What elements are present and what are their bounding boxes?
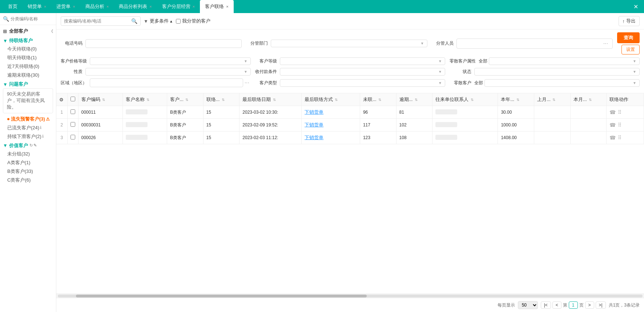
- row-checkbox-2[interactable]: [67, 131, 78, 144]
- sort-contact-icon[interactable]: ⇅: [222, 98, 225, 102]
- tab-purchase[interactable]: 进货单 ×: [51, 0, 80, 13]
- sidebar-item-b-class[interactable]: B类客户(33): [0, 167, 56, 176]
- tab-sales[interactable]: 销货单 ×: [23, 0, 51, 13]
- sort-year-amount-icon[interactable]: ⇅: [516, 98, 519, 102]
- page-size-select[interactable]: 50 100 200: [518, 301, 538, 309]
- page-prev-btn[interactable]: <: [552, 301, 562, 309]
- sort-last-month-icon[interactable]: ⇅: [552, 98, 555, 102]
- tab-product-analysis[interactable]: 商品分析 ×: [80, 0, 114, 13]
- dept-select[interactable]: ▼: [271, 40, 427, 47]
- sidebar-item-c-class[interactable]: C类客户(6): [0, 176, 56, 185]
- payment-select[interactable]: ▼: [280, 68, 445, 76]
- tab-home[interactable]: 首页: [3, 3, 23, 10]
- row-last-method-1[interactable]: 下销货单: [302, 119, 360, 131]
- th-unliaised: 未联... ⇅: [360, 93, 396, 106]
- query-button[interactable]: 查询: [617, 32, 640, 43]
- content-area: 🔍 ▼ 更多条件 ▲ 我分管的客户 ↑ 导出: [56, 13, 644, 312]
- tab-product-list-close[interactable]: ×: [149, 4, 152, 9]
- sidebar-item-today[interactable]: 今天待联络(0): [0, 45, 56, 53]
- scrollbar-thumb[interactable]: [76, 295, 367, 297]
- sort-this-month-icon[interactable]: ⇅: [589, 98, 592, 102]
- sidebar-item-a-class[interactable]: A类客户(1): [0, 158, 56, 167]
- select-all-checkbox[interactable]: [71, 97, 75, 101]
- customer-type-select[interactable]: ▼: [280, 79, 445, 87]
- th-settings[interactable]: ⚙: [56, 93, 67, 106]
- filter-dept: 分管部门 ▼: [246, 40, 427, 47]
- all-customers-header[interactable]: ⊞ 全部客户 《: [0, 25, 56, 36]
- settings-button[interactable]: 设置: [621, 45, 640, 54]
- tab-sales-close[interactable]: ×: [44, 4, 46, 9]
- sort-overdue-icon[interactable]: ⇅: [415, 98, 418, 102]
- search-input[interactable]: [64, 19, 131, 24]
- toolbar-search-icon[interactable]: 🔍: [131, 18, 137, 24]
- tab-product-list[interactable]: 商品分析列表 ×: [114, 0, 157, 13]
- group-problem-customers[interactable]: ▼ 问题客户: [0, 80, 56, 88]
- zero-retail-select[interactable]: ▼: [484, 79, 640, 87]
- page-first-btn[interactable]: |<: [541, 301, 551, 309]
- window-close-icon[interactable]: ✕: [631, 3, 641, 10]
- edit-icon[interactable]: ✎: [33, 143, 37, 148]
- sort-type-icon[interactable]: ⇅: [185, 98, 188, 102]
- page-next-btn[interactable]: >: [585, 301, 594, 309]
- action-contact-icon-2[interactable]: ☎: [609, 135, 616, 141]
- row-last-method-0[interactable]: 下销货单: [302, 106, 360, 119]
- tab-customer-contact[interactable]: 客户联络 ×: [200, 0, 233, 13]
- sort-last-method-icon[interactable]: ⇅: [335, 98, 338, 102]
- sidebar-item-7days[interactable]: 近7天待联络(0): [0, 62, 56, 71]
- row-checkbox-0[interactable]: [67, 106, 78, 119]
- action-contact-icon-1[interactable]: ☎: [609, 122, 616, 128]
- person-dots-icon[interactable]: ···: [602, 40, 609, 47]
- more-conditions-btn[interactable]: ▼ 更多条件 ▲: [144, 18, 173, 24]
- sort-name-icon[interactable]: ⇅: [146, 98, 149, 102]
- row-name-1: [122, 119, 167, 131]
- tab-customer-tier-close[interactable]: ×: [193, 4, 195, 9]
- sort-unliaised-icon[interactable]: ⇅: [378, 98, 381, 102]
- collapse-icon[interactable]: 《: [49, 29, 53, 34]
- group-pending-contact[interactable]: ▼ 待联络客户: [0, 36, 56, 45]
- sort-last-date-icon[interactable]: ⇅: [273, 98, 276, 102]
- row-last-method-2[interactable]: 下销货单: [302, 131, 360, 144]
- scrollbar-track[interactable]: [58, 295, 643, 297]
- action-more-icon-0[interactable]: ⠿: [618, 109, 621, 115]
- sort-code-icon[interactable]: ⇅: [102, 98, 105, 102]
- person-select[interactable]: ···: [456, 39, 613, 49]
- region-dots-icon[interactable]: ···: [243, 80, 251, 86]
- zero-retail-attr-select[interactable]: ▼: [489, 57, 640, 65]
- tab-customer-tier[interactable]: 客户分层经营 ×: [157, 0, 200, 13]
- action-more-icon-2[interactable]: ⠿: [618, 135, 621, 141]
- region-input[interactable]: [90, 78, 243, 87]
- total-records: 共1页，3条记录: [609, 302, 640, 308]
- sort-contact-person-icon[interactable]: ⇅: [471, 98, 474, 102]
- nature-select[interactable]: ▼: [85, 68, 251, 76]
- th-checkbox[interactable]: [67, 93, 78, 106]
- sidebar-search-input[interactable]: [11, 16, 56, 21]
- group-value-customers[interactable]: ▼ 价值客户 ↻ ✎: [0, 141, 56, 150]
- sidebar-item-churn-warning[interactable]: 流失预警客户(3) ⚠: [0, 115, 56, 123]
- sidebar-item-churned[interactable]: 已流失客户(24) ℹ: [0, 123, 56, 132]
- customer-grade-select[interactable]: ▼: [280, 57, 445, 65]
- row-action-1: ☎ ⠿: [607, 119, 644, 131]
- price-grade-select[interactable]: ▼: [90, 57, 251, 65]
- sidebar-item-ungrouped[interactable]: 未分组(32): [0, 150, 56, 158]
- status-select[interactable]: ▼: [474, 68, 640, 76]
- action-more-icon-1[interactable]: ⠿: [618, 122, 621, 128]
- tab-customer-contact-close[interactable]: ×: [226, 4, 228, 9]
- horizontal-scrollbar[interactable]: [56, 293, 644, 298]
- sidebar-item-tomorrow[interactable]: 明天待联络(1): [0, 53, 56, 62]
- sidebar-item-declining[interactable]: 持续下滑客户(2) ℹ: [0, 132, 56, 141]
- page-last-btn[interactable]: >|: [596, 301, 606, 309]
- settings-icon[interactable]: ⚙: [59, 97, 64, 102]
- row-last-date-2: 2023-02-03 11:12:: [240, 131, 302, 144]
- my-customers-check[interactable]: [176, 19, 181, 24]
- action-contact-icon-0[interactable]: ☎: [609, 109, 616, 115]
- phone-input[interactable]: [85, 39, 242, 48]
- refresh-icon[interactable]: ↻: [29, 143, 33, 148]
- status-caret: ▼: [633, 70, 636, 74]
- row-last-date-0: 2023-03-02 10:30:: [240, 106, 302, 119]
- sidebar-item-overdue[interactable]: 逾期未联络(30): [0, 71, 56, 80]
- tab-purchase-close[interactable]: ×: [73, 4, 75, 9]
- tab-product-analysis-close[interactable]: ×: [106, 4, 109, 9]
- export-button[interactable]: ↑ 导出: [619, 16, 640, 26]
- my-customers-checkbox[interactable]: 我分管的客户: [176, 18, 210, 24]
- row-checkbox-1[interactable]: [67, 119, 78, 131]
